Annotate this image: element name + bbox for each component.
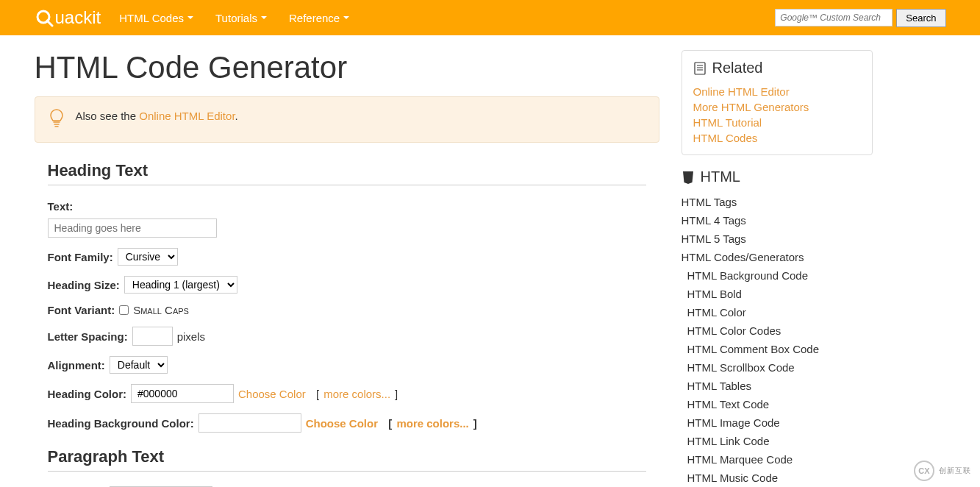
logo-icon — [35, 8, 54, 27]
html-sublink[interactable]: HTML Background Code — [682, 266, 873, 285]
page-title: HTML Code Generator — [35, 50, 659, 85]
heading-section-title: Heading Text — [48, 161, 646, 185]
document-icon — [693, 62, 707, 75]
bracket-open: [ — [310, 388, 320, 400]
tip-link[interactable]: Online HTML Editor — [139, 110, 235, 122]
html-sublink[interactable]: HTML Text Code — [682, 395, 873, 413]
watermark-icon: CX — [914, 461, 934, 481]
heading-text-input[interactable] — [48, 218, 217, 238]
html-link[interactable]: HTML Tags — [682, 193, 873, 211]
related-link[interactable]: Online HTML Editor — [693, 84, 861, 99]
logo[interactable]: uackit — [35, 7, 101, 28]
top-navbar: uackit HTML Codes Tutorials Reference Se… — [0, 0, 980, 35]
heading-color-label: Heading Color: — [48, 388, 127, 400]
choose-color-link[interactable]: Choose Color — [238, 388, 306, 400]
choose-bg-color-link[interactable]: Choose Color — [306, 417, 378, 430]
search-input[interactable] — [775, 9, 893, 26]
html-links: HTML Tags HTML 4 Tags HTML 5 Tags HTML C… — [682, 193, 873, 487]
heading-size-select[interactable]: Heading 1 (largest) — [124, 276, 237, 294]
html-title: HTML — [682, 168, 873, 185]
font-family-select[interactable]: Cursive — [118, 248, 178, 266]
nav-html-codes[interactable]: HTML Codes — [119, 12, 193, 24]
related-link[interactable]: HTML Tutorial — [693, 115, 861, 130]
main-content: HTML Code Generator Also see the Online … — [35, 50, 659, 487]
related-title: Related — [693, 60, 861, 77]
heading-size-label: Heading Size: — [48, 279, 120, 291]
heading-bg-label: Heading Background Color: — [48, 417, 194, 430]
html-box: HTML HTML Tags HTML 4 Tags HTML 5 Tags H… — [682, 168, 873, 487]
related-link[interactable]: More HTML Generators — [693, 99, 861, 115]
bracket-close: ] — [473, 417, 477, 430]
heading-color-input[interactable] — [131, 384, 234, 403]
html-sublink[interactable]: HTML Music Code — [682, 469, 873, 487]
font-variant-label: Font Variant: — [48, 304, 115, 316]
tip-text: Also see the Online HTML Editor. — [76, 108, 238, 125]
lightbulb-icon — [49, 108, 65, 131]
bracket-open: [ — [382, 417, 392, 430]
html-sublink[interactable]: HTML Image Code — [682, 413, 873, 432]
html-sublink[interactable]: HTML Marquee Code — [682, 450, 873, 469]
search-area: Search — [775, 9, 945, 27]
caret-icon — [261, 16, 267, 19]
html-sublink[interactable]: HTML Color Codes — [682, 321, 873, 340]
text-label: Text: — [48, 200, 74, 213]
nav-links: HTML Codes Tutorials Reference — [119, 12, 349, 24]
search-button[interactable]: Search — [896, 9, 945, 27]
more-bg-colors-link[interactable]: more colors... — [396, 417, 468, 430]
small-caps-checkbox[interactable] — [119, 305, 129, 315]
html-sublink[interactable]: HTML Comment Box Code — [682, 340, 873, 358]
sidebar: Related Online HTML Editor More HTML Gen… — [682, 50, 873, 487]
bracket-close: ] — [395, 388, 398, 400]
html-sublink[interactable]: HTML Color — [682, 303, 873, 321]
nav-tutorials[interactable]: Tutorials — [215, 12, 267, 24]
related-links: Online HTML Editor More HTML Generators … — [693, 84, 861, 146]
caret-icon — [343, 16, 349, 19]
more-colors-link[interactable]: more colors... — [323, 388, 390, 400]
html-link[interactable]: HTML 5 Tags — [682, 230, 873, 248]
heading-bg-input[interactable] — [198, 413, 301, 433]
small-caps-label: Small Caps — [133, 304, 189, 316]
font-family-label: Font Family: — [48, 251, 113, 263]
svg-rect-2 — [695, 63, 705, 74]
html-sublink[interactable]: HTML Scrollbox Code — [682, 358, 873, 377]
alignment-label: Alignment: — [48, 359, 105, 372]
alignment-select[interactable]: Default — [110, 356, 168, 374]
html-sublink[interactable]: HTML Bold — [682, 285, 873, 303]
tip-box: Also see the Online HTML Editor. — [35, 96, 659, 143]
related-link[interactable]: HTML Codes — [693, 130, 861, 146]
related-box: Related Online HTML Editor More HTML Gen… — [682, 50, 873, 155]
html-sublink[interactable]: HTML Link Code — [682, 432, 873, 450]
nav-reference[interactable]: Reference — [289, 12, 349, 24]
letter-spacing-input[interactable] — [132, 327, 173, 346]
html5-icon — [682, 171, 695, 184]
html-link[interactable]: HTML 4 Tags — [682, 211, 873, 230]
html-link[interactable]: HTML Codes/Generators — [682, 248, 873, 266]
svg-line-1 — [47, 21, 52, 26]
pixels-label: pixels — [177, 330, 205, 343]
watermark: CX 创新互联 — [914, 461, 971, 481]
letter-spacing-label: Letter Spacing: — [48, 330, 128, 343]
paragraph-section-title: Paragraph Text — [48, 447, 646, 472]
html-sublink[interactable]: HTML Tables — [682, 377, 873, 395]
caret-icon — [187, 16, 193, 19]
